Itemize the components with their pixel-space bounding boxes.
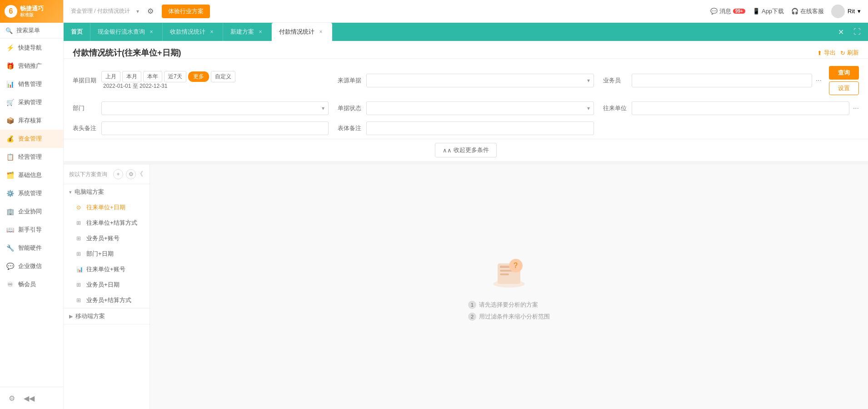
plan-item-partner-account[interactable]: 📊 往来单位+账号 bbox=[64, 262, 150, 277]
user-menu[interactable]: Rit ▾ bbox=[831, 5, 861, 18]
tab-close-new-plan[interactable]: × bbox=[257, 28, 264, 35]
phone-icon: 📱 bbox=[753, 8, 760, 15]
sidebar-search[interactable]: 🔍 搜索菜单 bbox=[0, 23, 63, 39]
app-logo-icon: 6 bbox=[5, 5, 17, 18]
sidebar-item-basic[interactable]: 🗂️ 基础信息 bbox=[0, 166, 63, 184]
plan-settings-btn[interactable]: ⚙ bbox=[126, 169, 136, 179]
add-plan-btn[interactable]: + bbox=[113, 169, 123, 179]
filter-field-salesperson: 业务员 ··· 查询 设置 bbox=[603, 66, 859, 95]
mobile-arrow-icon: ▶ bbox=[69, 313, 73, 319]
system-icon: ⚙️ bbox=[5, 189, 15, 198]
tab-close-all-btn[interactable]: ✕ bbox=[834, 25, 847, 38]
sidebar-settings-btn[interactable]: ⚙ bbox=[5, 392, 18, 404]
status-select[interactable]: ▾ bbox=[366, 101, 594, 115]
tab-receipts[interactable]: 收款情况统计 × bbox=[163, 23, 223, 41]
partner-label: 往来单位 bbox=[603, 104, 628, 112]
source-select-arrow: ▾ bbox=[587, 77, 590, 84]
plan-item-partner-date[interactable]: ⊙ 往来单位+日期 bbox=[64, 200, 150, 215]
tab-close-cash-flow[interactable]: × bbox=[148, 28, 155, 35]
partner-select[interactable] bbox=[632, 101, 849, 115]
sidebar-item-operation[interactable]: 📋 经营管理 bbox=[0, 148, 63, 166]
filter-wrapper: 单据日期 上月 本月 本年 近7天 更多 自定义 2022-01-01 至 20… bbox=[64, 59, 868, 161]
filter-field-partner: 往来单位 ··· bbox=[603, 101, 859, 115]
collapse-btn[interactable]: ∧∧ 收起更多条件 bbox=[435, 143, 497, 157]
tab-payments[interactable]: 付款情况统计 × bbox=[272, 23, 332, 41]
sidebar-item-smart[interactable]: 🔧 智能硬件 bbox=[0, 239, 63, 257]
set-btn[interactable]: 设置 bbox=[829, 81, 859, 95]
breadcrumb-dropdown[interactable]: ▾ bbox=[135, 8, 139, 15]
online-service-btn[interactable]: 🎧 在线客服 bbox=[791, 7, 824, 15]
mobile-section-header[interactable]: ▶ 移动端方案 bbox=[64, 308, 150, 324]
source-select[interactable]: ▾ bbox=[366, 74, 594, 87]
date-btns: 上月 本月 本年 近7天 更多 自定义 bbox=[101, 71, 329, 82]
body-note-input[interactable] bbox=[366, 121, 594, 135]
date-btn-custom[interactable]: 自定义 bbox=[211, 71, 235, 82]
sidebar-item-quick-nav[interactable]: ⚡ 快捷导航 bbox=[0, 39, 63, 57]
partner-more-btn[interactable]: ··· bbox=[853, 104, 859, 112]
svg-text:?: ? bbox=[514, 262, 518, 269]
date-btn-last-month[interactable]: 上月 bbox=[101, 71, 120, 82]
salesperson-more-btn[interactable]: ··· bbox=[816, 76, 822, 85]
tab-cash-flow[interactable]: 现金银行流水查询 × bbox=[90, 23, 163, 41]
plan-item-partner-settle[interactable]: ⊞ 往来单位+结算方式 bbox=[64, 215, 150, 231]
guide-icon: 📖 bbox=[5, 225, 15, 234]
message-btn[interactable]: 💬 消息 99+ bbox=[710, 7, 745, 15]
filter-field-header-note: 表头备注 bbox=[73, 121, 329, 135]
app-download-btn[interactable]: 📱 App下载 bbox=[753, 7, 784, 15]
tab-expand-btn[interactable]: ⛶ bbox=[851, 25, 863, 38]
date-btn-this-month[interactable]: 本月 bbox=[122, 71, 141, 82]
plan-item-salesperson-account[interactable]: ⊞ 业务员+账号 bbox=[64, 231, 150, 246]
mobile-section: ▶ 移动端方案 bbox=[64, 308, 150, 324]
plan-item-salesperson-settle[interactable]: ⊞ 业务员+结算方式 bbox=[64, 293, 150, 308]
sidebar-nav: ⚡ 快捷导航 🎁 营销推广 📊 销售管理 🛒 采购管理 📦 库存核算 💰 资金管… bbox=[0, 39, 63, 387]
trial-btn[interactable]: 体验行业方案 bbox=[162, 5, 210, 18]
dept-label: 部门 bbox=[73, 104, 98, 112]
plan-item-dept-date[interactable]: ⊞ 部门+日期 bbox=[64, 246, 150, 262]
tab-home[interactable]: 首页 bbox=[64, 23, 90, 41]
sidebar-item-wechat[interactable]: 💬 企业微信 bbox=[0, 257, 63, 275]
sidebar-item-marketing[interactable]: 🎁 营销推广 bbox=[0, 57, 63, 75]
plan-icon-1: ⊞ bbox=[76, 220, 84, 226]
filter-grid: 单据日期 上月 本月 本年 近7天 更多 自定义 2022-01-01 至 20… bbox=[73, 66, 859, 135]
tab-close-receipts[interactable]: × bbox=[208, 28, 215, 35]
plan-item-salesperson-date[interactable]: ⊞ 业务员+日期 bbox=[64, 277, 150, 293]
sidebar-item-sales[interactable]: 📊 销售管理 bbox=[0, 75, 63, 93]
filter-field-source: 来源单据 ▾ bbox=[338, 66, 594, 95]
desktop-section-header[interactable]: ▾ 电脑端方案 bbox=[64, 184, 150, 200]
page-header: 付款情况统计(往来单位+日期) ⬆ 导出 ↻ 刷新 bbox=[64, 41, 868, 59]
salesperson-select[interactable] bbox=[632, 74, 812, 87]
panel-collapse-btn[interactable]: 《 bbox=[136, 169, 144, 179]
main-area: 资金管理 / 付款情况统计 ▾ ⚙ 体验行业方案 💬 消息 99+ 📱 App下… bbox=[64, 0, 868, 409]
salesperson-label: 业务员 bbox=[603, 76, 628, 85]
date-btn-this-year[interactable]: 本年 bbox=[143, 71, 162, 82]
header-note-input[interactable] bbox=[101, 121, 329, 135]
export-btn[interactable]: ⬆ 导出 bbox=[817, 49, 836, 57]
sidebar-item-guide[interactable]: 📖 新手引导 bbox=[0, 221, 63, 239]
quick-nav-icon: ⚡ bbox=[5, 43, 15, 52]
user-dropdown-icon: ▾ bbox=[858, 8, 861, 15]
dept-select[interactable]: ▾ bbox=[101, 101, 329, 115]
sidebar-item-enterprise[interactable]: 🏢 企业协同 bbox=[0, 202, 63, 221]
sales-icon: 📊 bbox=[5, 80, 15, 89]
breadcrumb: 资金管理 / 付款情况统计 bbox=[71, 7, 130, 15]
plan-icon-5: ⊞ bbox=[76, 282, 84, 288]
collapse-row: ∧∧ 收起更多条件 bbox=[64, 139, 868, 161]
tab-close-payments[interactable]: × bbox=[317, 28, 324, 35]
sidebar-item-vip[interactable]: ♾ 畅会员 bbox=[0, 275, 63, 293]
avatar bbox=[831, 5, 845, 18]
refresh-btn[interactable]: ↻ 刷新 bbox=[840, 49, 859, 57]
body-note-label: 表体备注 bbox=[338, 124, 363, 132]
query-btn[interactable]: 查询 bbox=[829, 66, 859, 80]
sidebar-item-finance[interactable]: 💰 资金管理 bbox=[0, 130, 63, 148]
topbar-settings-btn[interactable]: ⚙ bbox=[144, 5, 157, 18]
sidebar-item-inventory[interactable]: 📦 库存核算 bbox=[0, 111, 63, 130]
tab-new-plan[interactable]: 新建方案 × bbox=[223, 23, 272, 41]
empty-state: ? 1 请先选择要分析的方案 2 用过滤条件来缩小分析范围 bbox=[468, 250, 550, 324]
dept-select-arrow: ▾ bbox=[322, 105, 324, 111]
sidebar-collapse-btn[interactable]: ◀◀ bbox=[23, 392, 35, 404]
left-panel-header: 按以下方案查询 + ⚙ 《 bbox=[64, 165, 150, 184]
date-btn-more[interactable]: 更多 bbox=[188, 71, 209, 82]
sidebar-item-purchase[interactable]: 🛒 采购管理 bbox=[0, 93, 63, 111]
sidebar-item-system[interactable]: ⚙️ 系统管理 bbox=[0, 184, 63, 202]
date-btn-7days[interactable]: 近7天 bbox=[164, 71, 186, 82]
